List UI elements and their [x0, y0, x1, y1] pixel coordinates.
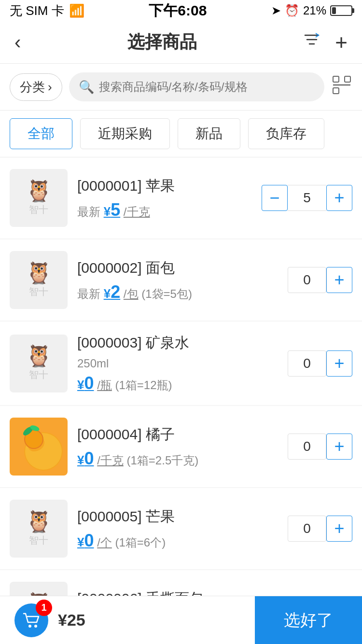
battery-icon: [330, 5, 352, 16]
status-time: 下午6:08: [149, 1, 207, 21]
search-input[interactable]: [99, 80, 315, 94]
tab-new[interactable]: 新品: [178, 118, 240, 149]
status-right: ➤ ⏰ 21%: [271, 4, 352, 17]
product-thumbnail: 🦉 智十: [10, 169, 68, 227]
cart-total: ¥25: [58, 611, 85, 630]
nav-actions: +: [303, 30, 348, 55]
increase-button[interactable]: +: [326, 185, 352, 211]
product-name: [0000004] 橘子: [77, 425, 278, 445]
product-price: ¥0 /千克 (1箱=2.5千克): [77, 448, 278, 469]
product-info: [0000002] 面包 最新 ¥2 /包 (1袋=5包): [77, 258, 278, 302]
owl-icon: 🦉: [26, 180, 52, 201]
scan-icon[interactable]: [331, 74, 352, 100]
back-button[interactable]: ‹: [14, 31, 21, 53]
tab-negative[interactable]: 负库存: [248, 118, 324, 149]
product-spec: 250ml: [77, 357, 278, 370]
increase-button[interactable]: +: [326, 434, 352, 460]
product-info: [0000005] 芒果 ¥0 /个 (1箱=6个): [77, 507, 278, 551]
svg-rect-5: [345, 76, 350, 82]
product-price: 最新 ¥2 /包 (1袋=5包): [77, 282, 278, 302]
search-box[interactable]: 🔍: [69, 72, 324, 101]
product-info: [0000003] 矿泉水 250ml ¥0 /瓶 (1箱=12瓶): [77, 333, 278, 393]
quantity-input[interactable]: [288, 434, 326, 460]
product-name: [0000003] 矿泉水: [77, 333, 278, 353]
tab-all[interactable]: 全部: [10, 118, 72, 149]
confirm-button[interactable]: 选好了: [255, 596, 362, 644]
search-icon: 🔍: [79, 80, 94, 95]
product-name: [0000005] 芒果: [77, 507, 278, 527]
product-thumbnail: [10, 418, 68, 476]
svg-rect-4: [333, 88, 339, 94]
quantity-input[interactable]: [288, 516, 326, 542]
product-thumbnail: 🦉 智十: [10, 335, 68, 392]
product-info: [0000001] 苹果 最新 ¥5 /千克: [77, 176, 252, 220]
decrease-button[interactable]: −: [262, 185, 288, 211]
add-button[interactable]: +: [335, 30, 348, 55]
category-arrow: ›: [48, 80, 52, 95]
quantity-control: +: [288, 267, 352, 293]
alarm-icon: ⏰: [285, 4, 299, 17]
owl-icon: 🦉: [26, 511, 52, 532]
quantity-control: +: [288, 350, 352, 377]
quantity-input[interactable]: [288, 267, 326, 293]
product-name: [0000001] 苹果: [77, 176, 252, 196]
svg-rect-3: [333, 76, 339, 82]
list-item: 🦉 智十 [0000005] 芒果 ¥0 /个 (1箱=6个) +: [0, 488, 362, 569]
product-thumbnail: 🦉 智十: [10, 251, 68, 309]
product-price: ¥0 /个 (1箱=6个): [77, 531, 278, 551]
filter-bar: 分类 › 🔍: [0, 64, 362, 111]
product-info: [0000004] 橘子 ¥0 /千克 (1箱=2.5千克): [77, 425, 278, 469]
filter-icon[interactable]: [303, 31, 320, 53]
nav-bar: ‹ 选择商品 +: [0, 21, 362, 64]
owl-icon: 🦉: [26, 262, 52, 283]
category-button[interactable]: 分类 ›: [10, 73, 62, 101]
battery-percent: 21%: [303, 4, 326, 17]
owl-icon: 🦉: [26, 345, 52, 366]
status-bar: 无 SIM 卡 📶 下午6:08 ➤ ⏰ 21%: [0, 0, 362, 21]
status-carrier: 无 SIM 卡 📶: [10, 2, 84, 19]
product-price: ¥0 /瓶 (1箱=12瓶): [77, 373, 278, 393]
page-title: 选择商品: [127, 30, 197, 54]
svg-point-14: [28, 625, 31, 628]
list-item: 🦉 智十 [0000003] 矿泉水 250ml ¥0 /瓶 (1箱=12瓶) …: [0, 322, 362, 405]
product-thumbnail: 🦉 智十: [10, 500, 68, 558]
product-name: [0000002] 面包: [77, 258, 278, 278]
cart-badge: 1: [36, 600, 52, 616]
cart-icon[interactable]: 1: [14, 603, 48, 637]
list-item: 🦉 智十 [0000002] 面包 最新 ¥2 /包 (1袋=5包) +: [0, 239, 362, 321]
wifi-icon: 📶: [69, 3, 84, 18]
increase-button[interactable]: +: [326, 267, 352, 293]
quantity-input[interactable]: [288, 185, 326, 211]
carrier-text: 无 SIM 卡: [10, 2, 64, 19]
bottom-bar: 1 ¥25 选好了: [0, 596, 362, 644]
product-price: 最新 ¥5 /千克: [77, 200, 252, 220]
svg-point-15: [34, 625, 37, 628]
increase-button[interactable]: +: [326, 516, 352, 542]
quantity-control: − +: [262, 185, 352, 211]
list-item: [0000004] 橘子 ¥0 /千克 (1箱=2.5千克) +: [0, 406, 362, 487]
increase-button[interactable]: +: [326, 350, 352, 377]
category-label: 分类: [20, 79, 45, 96]
tab-recent[interactable]: 近期采购: [80, 118, 170, 149]
tab-bar: 全部 近期采购 新品 负库存: [0, 111, 362, 157]
quantity-input[interactable]: [288, 350, 326, 377]
quantity-control: +: [288, 516, 352, 542]
list-item: 🦉 智十 [0000001] 苹果 最新 ¥5 /千克 − +: [0, 157, 362, 238]
location-icon: ➤: [271, 4, 281, 17]
cart-area: 1 ¥25: [0, 603, 255, 637]
quantity-control: +: [288, 434, 352, 460]
product-list: 🦉 智十 [0000001] 苹果 最新 ¥5 /千克 − + 🦉 智十: [0, 157, 362, 644]
